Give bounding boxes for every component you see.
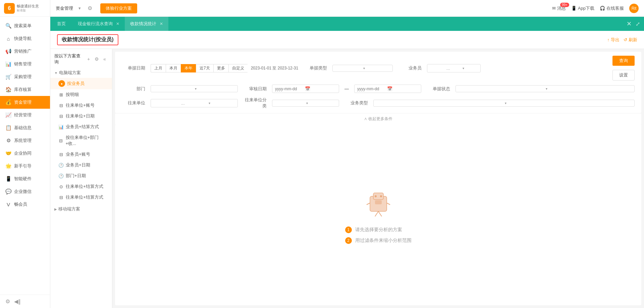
app-icon: 📱 bbox=[571, 6, 577, 11]
sysadmin-icon: ⚙ bbox=[5, 138, 11, 144]
date-tab-more[interactable]: 更多 bbox=[213, 64, 228, 72]
staff-select[interactable]: ... ▾ bbox=[427, 64, 481, 72]
scheme-item-partner-dept[interactable]: ⊟ 按往来单位+部门+收... bbox=[50, 132, 112, 149]
query-button[interactable]: 查询 bbox=[612, 56, 635, 66]
sidebar-item-search[interactable]: 🔍 搜索菜单 bbox=[0, 19, 50, 32]
review-date-end-input[interactable] bbox=[357, 87, 386, 91]
doc-type-select[interactable]: ▾ bbox=[332, 65, 393, 72]
step-2-text: 用过滤条件来缩小分析范围 bbox=[355, 238, 412, 244]
sidebar-item-enterprise-label: 企业协同 bbox=[14, 150, 32, 156]
scheme-item-by-staff[interactable]: ● 按业务员 bbox=[50, 78, 112, 89]
sidebar-item-basicinfo[interactable]: 📋 基础信息 bbox=[0, 121, 50, 134]
collapse-sidebar-icon[interactable]: ◀‖ bbox=[14, 298, 21, 305]
topbar-cta-button[interactable]: 体验行业方案 bbox=[100, 3, 137, 13]
biz-type-arrow-icon: ▾ bbox=[505, 101, 632, 105]
partner-select[interactable]: ... ▾ bbox=[151, 99, 238, 107]
review-date-picker-end[interactable]: 📅 bbox=[354, 85, 421, 93]
sidebar-item-sales[interactable]: 📊 销售管理 bbox=[0, 58, 50, 70]
scheme-item-partner-account[interactable]: ⊟ 往来单位+账号 bbox=[50, 100, 112, 111]
scheme-item-staff-account[interactable]: ⊟ 业务员+账号 bbox=[50, 149, 112, 160]
sidebar-item-hardware[interactable]: 📱 智能硬件 bbox=[0, 172, 50, 185]
sidebar-item-guide[interactable]: 🌟 新手引导 bbox=[0, 160, 50, 172]
sales-icon: 📊 bbox=[5, 61, 11, 67]
refresh-button[interactable]: ↺ 刷新 bbox=[624, 37, 637, 43]
sidebar-item-operations[interactable]: 📈 经营管理 bbox=[0, 109, 50, 121]
scheme-dept-date-icon: 🕐 bbox=[58, 173, 64, 178]
sidebar-item-funds[interactable]: 💰 资金管理 bbox=[0, 96, 50, 109]
scheme-add-button[interactable]: + bbox=[85, 56, 92, 62]
date-tab-custom[interactable]: 自定义 bbox=[228, 64, 248, 72]
main-content: 资金管理 ▾ ⚙ 体验行业方案 ✉ 消息 99+ 📱 App下载 🎧 在线客服 bbox=[50, 0, 644, 308]
sidebar-item-wechat[interactable]: 💬 企业微信 bbox=[0, 185, 50, 198]
topbar-user[interactable]: Rit bbox=[629, 4, 639, 13]
doc-status-select[interactable]: ▾ bbox=[455, 85, 635, 92]
review-date-start-input[interactable] bbox=[275, 87, 304, 91]
scheme-item-partner-settle1[interactable]: ⊙ 往来单位+结算方式 bbox=[50, 181, 112, 192]
staff-arrow-icon: ▾ bbox=[463, 66, 478, 70]
sidebar-item-member[interactable]: V 畅会员 bbox=[0, 198, 50, 211]
sidebar-item-basicinfo-label: 基础信息 bbox=[14, 125, 32, 131]
setting-button[interactable]: 设置 bbox=[612, 70, 635, 81]
scheme-group-mobile-label: 移动端方案 bbox=[58, 206, 80, 212]
scheme-settings-button[interactable]: ⚙ bbox=[93, 56, 100, 62]
svg-rect-5 bbox=[375, 200, 382, 204]
scheme-item-staff-date[interactable]: 🕐 业务员+日期 bbox=[50, 160, 112, 170]
settings-bottom-icon[interactable]: ⚙ bbox=[5, 298, 10, 305]
tab-bank-flow[interactable]: 现金银行流水查询 ✕ bbox=[72, 17, 125, 31]
calendar-start-icon[interactable]: 📅 bbox=[305, 86, 310, 91]
date-tab-last-month[interactable]: 上月 bbox=[151, 64, 166, 72]
date-tab-7days[interactable]: 近7天 bbox=[196, 64, 213, 72]
scheme-item-detail[interactable]: ⊞ 按明细 bbox=[50, 89, 112, 100]
date-tab-this-year[interactable]: 本年 bbox=[181, 64, 196, 72]
calendar-end-icon[interactable]: 📅 bbox=[387, 86, 392, 91]
sidebar-item-sysadmin[interactable]: ⚙ 系统管理 bbox=[0, 134, 50, 147]
topbar-message[interactable]: ✉ 消息 99+ bbox=[552, 5, 566, 11]
topbar-app-download[interactable]: 📱 App下载 bbox=[571, 5, 594, 11]
scheme-item-partner-settle2[interactable]: ⊟ 往来单位+结算方式 bbox=[50, 192, 112, 203]
sidebar-item-quicknav[interactable]: ⌂ 快捷导航 bbox=[0, 32, 50, 45]
scheme-collapse-button[interactable]: « bbox=[101, 56, 108, 62]
service-label: 在线客服 bbox=[606, 5, 624, 11]
page-header: 收款情况统计(按业员) ↑ 导出 ↺ 刷新 bbox=[50, 31, 644, 49]
review-date-picker-start[interactable]: 📅 bbox=[272, 85, 339, 93]
scheme-item-partner-date[interactable]: ⊟ 往来单位+日期 bbox=[50, 111, 112, 121]
collapse-bar[interactable]: ∧ 收起更多条件 bbox=[115, 113, 641, 124]
sidebar-item-enterprise[interactable]: 🤝 企业协同 bbox=[0, 147, 50, 160]
tabbar-close-all[interactable]: ✕ bbox=[627, 20, 632, 28]
tab-receipt-stats[interactable]: 收款情况统计 ✕ bbox=[125, 17, 168, 31]
dept-select[interactable]: ▾ bbox=[151, 85, 238, 92]
tab-bank-flow-close[interactable]: ✕ bbox=[116, 21, 119, 26]
empty-steps: 1 请先选择要分析的方案 2 用过滤条件来缩小分析范围 bbox=[345, 226, 412, 244]
scheme-group-desktop-title[interactable]: ▼ 电脑端方案 bbox=[50, 68, 112, 78]
scheme-group-mobile-title[interactable]: ▶ 移动端方案 bbox=[50, 204, 112, 214]
date-tab-group: 上月 本月 本年 近7天 更多 自定义 2023-01-01 至 2023-12… bbox=[151, 64, 298, 72]
sidebar-item-funds-label: 资金管理 bbox=[14, 99, 32, 105]
topbar-online-service[interactable]: 🎧 在线客服 bbox=[600, 5, 624, 11]
staff-more-icon[interactable]: ... bbox=[446, 66, 462, 71]
sidebar-item-inventory[interactable]: 🏠 库存核算 bbox=[0, 83, 50, 96]
tab-home[interactable]: 首页 bbox=[50, 17, 72, 31]
sidebar-item-purchase[interactable]: 🛒 采购管理 bbox=[0, 70, 50, 83]
partner-category-select[interactable]: ▾ bbox=[272, 100, 339, 107]
date-tab-this-month[interactable]: 本月 bbox=[166, 64, 181, 72]
export-button[interactable]: ↑ 导出 bbox=[607, 37, 620, 43]
step-2-number: 2 bbox=[345, 237, 352, 244]
tabbar-expand[interactable]: ⤢ bbox=[636, 21, 640, 27]
topbar-gear-icon[interactable]: ⚙ bbox=[88, 5, 92, 11]
topbar-dropdown-icon[interactable]: ▾ bbox=[78, 6, 81, 11]
scheme-item-dept-date[interactable]: 🕐 部门+日期 bbox=[50, 170, 112, 181]
scheme-item-staff-settlement-label: 业务员+结算方式 bbox=[66, 124, 99, 130]
tabbar: 首页 现金银行流水查询 ✕ 收款情况统计 ✕ ✕ ⤢ bbox=[50, 17, 644, 31]
wechat-icon: 💬 bbox=[5, 189, 11, 195]
biz-type-select[interactable]: ▾ bbox=[373, 100, 635, 107]
tabbar-right: ✕ ⤢ bbox=[627, 20, 644, 28]
export-label: 导出 bbox=[611, 37, 620, 43]
scheme-partner-settle1-icon: ⊙ bbox=[58, 184, 64, 189]
partner-more-icon[interactable]: ... bbox=[181, 101, 207, 106]
member-icon: V bbox=[5, 201, 11, 207]
sidebar-item-wechat-label: 企业微信 bbox=[14, 189, 32, 195]
sidebar-item-marketing[interactable]: 📢 营销推广 bbox=[0, 45, 50, 58]
tab-receipt-stats-close[interactable]: ✕ bbox=[160, 21, 163, 26]
scheme-item-staff-settlement[interactable]: 📊 业务员+结算方式 bbox=[50, 121, 112, 132]
export-icon: ↑ bbox=[607, 37, 610, 42]
